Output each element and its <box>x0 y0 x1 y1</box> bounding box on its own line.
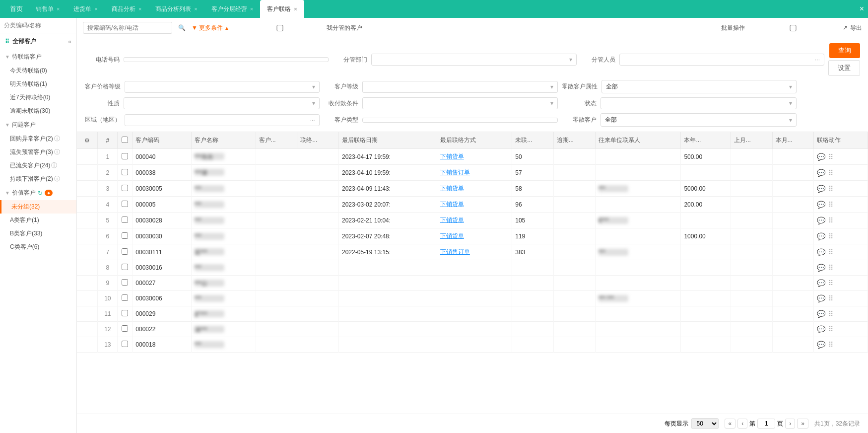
customer-table: ⚙ # 客户编码 客户名称 客户... 联络... 最后联络日期 最后联络方式 … <box>77 132 868 353</box>
table-row: 9000027***公💬⠿ <box>77 276 868 291</box>
manager-select[interactable]: ··· <box>619 54 824 66</box>
reset-button[interactable]: 设置 <box>828 60 860 76</box>
chat-icon[interactable]: 💬 <box>817 341 825 349</box>
grid-action-icon[interactable]: ⠿ <box>828 169 833 177</box>
phone-input[interactable] <box>124 57 329 62</box>
search-input[interactable] <box>83 22 172 34</box>
grid-action-icon[interactable]: ⠿ <box>828 185 833 193</box>
customer-type-input[interactable] <box>362 118 558 123</box>
filter-actions: 查询 设置 <box>828 43 860 76</box>
tab-customer-segment[interactable]: 客户分层经营 × <box>204 0 260 18</box>
grid-action-icon[interactable]: ⠿ <box>828 341 833 349</box>
chat-icon[interactable]: 💬 <box>817 185 825 193</box>
this-year-col-header: 本年... <box>681 132 731 149</box>
query-button[interactable]: 查询 <box>829 43 860 58</box>
tab-customer-contact[interactable]: 客户联络 × <box>260 0 304 18</box>
customer-type-label: 客户类型 <box>324 116 358 124</box>
tab-analysis-list[interactable]: 商品分析列表 × <box>148 0 204 18</box>
grid-action-icon[interactable]: ⠿ <box>828 264 833 272</box>
tab-analysis[interactable]: 商品分析 × <box>105 0 148 18</box>
checkbox-col-header[interactable] <box>118 132 133 149</box>
sidebar-item-group-b[interactable]: B类客户(33) <box>0 227 76 240</box>
more-conditions-btn[interactable]: ▼ 更多条件 ▲ <box>192 24 229 32</box>
sidebar-item-abnormal[interactable]: 回购异常客户(2) ⓘ <box>0 132 76 145</box>
sidebar-item-group-c[interactable]: C类客户(6) <box>0 240 76 254</box>
search-icon[interactable]: 🔍 <box>178 24 186 31</box>
sidebar-search-input[interactable] <box>4 22 77 29</box>
all-customers-header[interactable]: ⠿ 全部客户 « <box>0 33 76 50</box>
grid-action-icon[interactable]: ⠿ <box>828 153 833 161</box>
grid-action-icon[interactable]: ⠿ <box>828 279 833 287</box>
chat-icon[interactable]: 💬 <box>817 279 825 287</box>
price-level-select[interactable]: ▾ <box>125 81 320 93</box>
sidebar-item-declining[interactable]: 持续下滑客户(2) ⓘ <box>0 172 76 186</box>
sidebar-item-churn-risk[interactable]: 流失预警客户(3) ⓘ <box>0 145 76 159</box>
my-customers-checkbox[interactable]: 我分管的客户 <box>235 24 362 32</box>
sidebar-item-overdue[interactable]: 逾期未联络(30) <box>0 104 76 118</box>
prev-page-btn[interactable]: ‹ <box>737 419 747 429</box>
export-btn[interactable]: ↗ 导出 <box>843 24 862 32</box>
refresh-icon[interactable]: ↻ <box>38 190 43 197</box>
settings-col-header[interactable]: ⚙ <box>77 132 98 149</box>
close-purchase-icon[interactable]: × <box>94 6 97 12</box>
chat-icon[interactable]: 💬 <box>817 264 825 272</box>
chat-icon[interactable]: 💬 <box>817 248 825 256</box>
home-tab[interactable]: 首页 <box>4 4 29 13</box>
next-page-btn[interactable]: › <box>785 419 795 429</box>
per-page-select[interactable]: 50 100 200 <box>691 418 719 429</box>
last-date-col-header: 最后联络日期 <box>339 132 437 149</box>
chat-icon[interactable]: 💬 <box>817 153 825 161</box>
close-analysis-icon[interactable]: × <box>138 6 141 12</box>
grid-action-icon[interactable]: ⠿ <box>828 310 833 318</box>
sidebar-item-7days[interactable]: 近7天待联络(0) <box>0 91 76 104</box>
table-row: 13000018***💬⠿ <box>77 337 868 353</box>
chat-icon[interactable]: 💬 <box>817 232 825 240</box>
sidebar-item-group-a[interactable]: A类客户(1) <box>0 214 76 227</box>
table-header-row: ⚙ # 客户编码 客户名称 客户... 联络... 最后联络日期 最后联络方式 … <box>77 132 868 149</box>
table-row: 1000030006****** ***💬⠿ <box>77 291 868 306</box>
chat-icon[interactable]: 💬 <box>817 310 825 318</box>
last-page-btn[interactable]: » <box>797 419 808 429</box>
close-window-icon[interactable]: × <box>860 4 864 13</box>
collapse-sidebar-icon[interactable]: « <box>68 38 71 45</box>
sidebar-item-today[interactable]: 今天待联络(0) <box>0 64 76 77</box>
dept-select[interactable]: ▾ <box>371 54 576 66</box>
grid-action-icon[interactable]: ⠿ <box>828 325 833 333</box>
chat-icon[interactable]: 💬 <box>817 294 825 302</box>
grid-action-icon[interactable]: ⠿ <box>828 232 833 240</box>
select-all-checkbox[interactable] <box>122 137 128 143</box>
sidebar-item-tomorrow[interactable]: 明天待联络(1) <box>0 77 76 91</box>
pending-contact-group[interactable]: ▼ 待联络客户 <box>0 50 76 64</box>
chat-icon[interactable]: 💬 <box>817 216 825 224</box>
grid-action-icon[interactable]: ⠿ <box>828 248 833 256</box>
status-select[interactable]: ▾ <box>601 97 797 109</box>
tab-purchase[interactable]: 进货单 × <box>67 0 104 18</box>
nature-select[interactable]: ▾ <box>124 97 320 109</box>
sidebar-item-lost[interactable]: 已流失客户(24) ⓘ <box>0 159 76 172</box>
chat-icon[interactable]: 💬 <box>817 325 825 333</box>
grid-action-icon[interactable]: ⠿ <box>828 201 833 209</box>
my-customers-input[interactable] <box>235 25 325 31</box>
grid-action-icon[interactable]: ⠿ <box>828 216 833 224</box>
tab-sales[interactable]: 销售单 × <box>29 0 67 18</box>
chat-icon[interactable]: 💬 <box>817 169 825 177</box>
retail-attr-select[interactable]: 全部 ▾ <box>601 80 797 93</box>
chat-icon[interactable]: 💬 <box>817 201 825 209</box>
close-customer-contact-icon[interactable]: × <box>294 6 297 12</box>
payment-select[interactable]: ▾ <box>362 97 558 109</box>
page-number-input[interactable] <box>757 419 775 429</box>
table-row: 11000029扩***💬⠿ <box>77 306 868 322</box>
close-analysis-list-icon[interactable]: × <box>194 6 197 12</box>
problem-customers-group[interactable]: ▼ 问题客户 <box>0 118 76 132</box>
region-select[interactable]: ··· <box>125 114 320 126</box>
batch-operation-btn[interactable]: 批量操作 <box>721 24 838 32</box>
close-customer-segment-icon[interactable]: × <box>250 6 253 12</box>
retail-attr-label: 零散客户属性 <box>562 82 598 91</box>
first-page-btn[interactable]: « <box>725 419 736 429</box>
sidebar-item-unclassified[interactable]: 未分组(32) <box>0 200 76 214</box>
close-sales-icon[interactable]: × <box>57 6 60 12</box>
retail-customer-select[interactable]: 全部 ▾ <box>601 113 797 127</box>
grid-action-icon[interactable]: ⠿ <box>828 294 833 302</box>
value-customers-group[interactable]: ▼ 价值客户 ↻ ● <box>0 186 76 200</box>
customer-level-select[interactable]: ▾ <box>362 81 558 93</box>
